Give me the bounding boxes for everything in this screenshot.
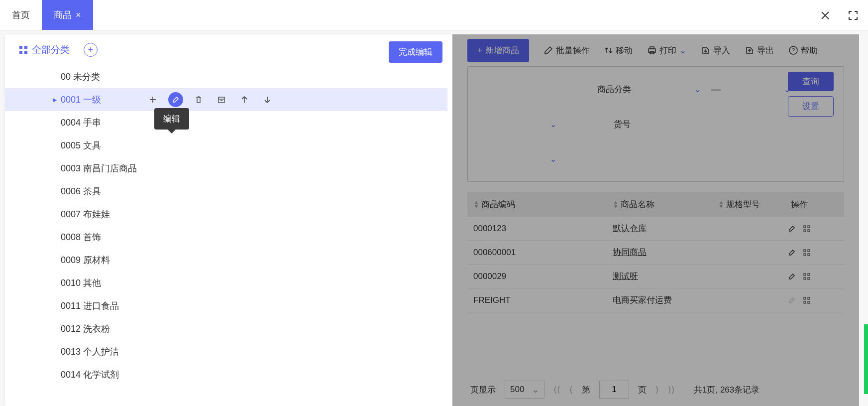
category-label: 0005 文具 [61, 139, 101, 151]
category-label: 0014 化学试剂 [61, 369, 119, 381]
tab-product-label: 商品 [54, 9, 72, 21]
workspace: + 新增商品 批量操作 移动 打印 ⌄ 导入 [0, 30, 868, 406]
svg-rect-21 [19, 46, 22, 49]
category-item[interactable]: 0011 进口食品 [5, 294, 447, 317]
category-item[interactable]: 0004 手串 [5, 111, 447, 134]
all-categories-label[interactable]: 全部分类 [32, 43, 70, 56]
category-label: 0010 其他 [61, 277, 101, 289]
category-item[interactable]: 0008 首饰 [5, 226, 447, 249]
category-item[interactable]: 0014 化学试剂 [5, 363, 447, 386]
move-up-button[interactable] [237, 92, 252, 107]
edit-button[interactable] [168, 92, 183, 107]
edit-tooltip: 编辑 [154, 108, 189, 130]
panel-header: 全部分类 + 完成编辑 [5, 34, 452, 65]
category-item[interactable]: ▶0001 一级 [5, 88, 447, 111]
category-panel: 全部分类 + 完成编辑 编辑 00 未分类▶0001 一级0004 手串0005… [5, 34, 452, 406]
grid-icon [19, 45, 28, 54]
category-label: 0003 南昌门店商品 [61, 162, 137, 174]
category-label: 0007 布娃娃 [61, 208, 110, 220]
fullscreen-button[interactable] [843, 5, 863, 25]
row-actions [145, 92, 275, 107]
category-label: 0008 首饰 [61, 231, 101, 243]
dim-overlay [452, 34, 859, 406]
archive-button[interactable] [214, 92, 229, 107]
category-item[interactable]: 0007 布娃娃 [5, 203, 447, 226]
category-label: 0004 手串 [61, 117, 101, 129]
add-child-button[interactable] [145, 92, 160, 107]
close-all-button[interactable] [815, 5, 835, 25]
category-label: 0013 个人护洁 [61, 346, 119, 358]
category-label: 0012 洗衣粉 [61, 323, 110, 335]
close-icon[interactable]: × [76, 10, 81, 20]
top-tabs: 首页 商品 × [0, 0, 868, 30]
move-down-button[interactable] [260, 92, 275, 107]
category-label: 00 未分类 [61, 71, 100, 83]
category-label: 0009 原材料 [61, 254, 110, 266]
category-item[interactable]: 0006 茶具 [5, 180, 447, 203]
expand-icon[interactable]: ▶ [53, 97, 57, 103]
category-item[interactable]: 0012 洗衣粉 [5, 317, 447, 340]
svg-rect-24 [24, 51, 27, 54]
category-label: 0011 进口食品 [61, 300, 119, 312]
fullscreen-icon [849, 11, 858, 20]
add-category-button[interactable]: + [84, 43, 98, 57]
category-item[interactable]: 00 未分类 [5, 65, 447, 88]
tab-product[interactable]: 商品 × [42, 0, 93, 30]
svg-rect-23 [19, 51, 22, 54]
scroll-indicator [864, 324, 868, 394]
category-tree[interactable]: 00 未分类▶0001 一级0004 手串0005 文具0003 南昌门店商品0… [5, 65, 452, 406]
svg-rect-25 [218, 97, 224, 103]
x-icon [821, 11, 830, 20]
delete-button[interactable] [191, 92, 206, 107]
finish-edit-button[interactable]: 完成编辑 [389, 41, 442, 63]
category-label: 0001 一级 [61, 94, 101, 106]
svg-rect-22 [24, 46, 27, 49]
category-item[interactable]: 0009 原材料 [5, 249, 447, 271]
tab-home[interactable]: 首页 [0, 0, 42, 30]
category-item[interactable]: 0013 个人护洁 [5, 340, 447, 363]
tab-home-label: 首页 [12, 9, 30, 21]
category-label: 0006 茶具 [61, 185, 101, 197]
category-item[interactable]: 0003 南昌门店商品 [5, 157, 447, 180]
category-item[interactable]: 0010 其他 [5, 271, 447, 294]
category-item[interactable]: 0005 文具 [5, 134, 447, 157]
plus-icon: + [88, 45, 94, 55]
